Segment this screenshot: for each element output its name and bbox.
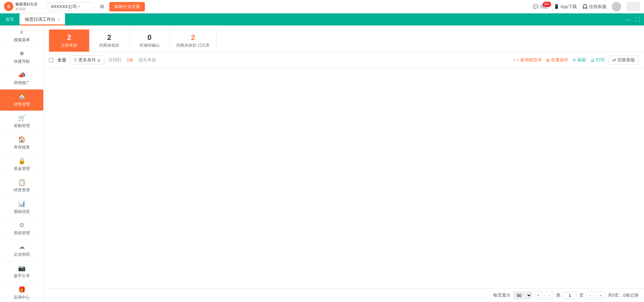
stat-num-overdue: 2 [96, 33, 122, 42]
filter-button[interactable]: ▽ 更多条件 ∨ [70, 55, 104, 65]
switch-version-button[interactable]: ⇄ 切换新版 [609, 55, 639, 65]
sidebar-item-system[interactable]: ⚙ 系统管理 [0, 218, 43, 240]
app-badge: 标准版 [15, 7, 38, 11]
search-menu-icon: ≡ [20, 29, 23, 36]
online-service-button[interactable]: 🎧 在线客服 [582, 4, 606, 10]
print-icon: 🖨 [590, 58, 595, 63]
switch-icon: ⇄ [612, 58, 616, 63]
online-service-label: 在线客服 [589, 4, 606, 10]
settings-button[interactable]: ⚙ [97, 2, 107, 11]
sidebar-item-collab[interactable]: ☁ 企业协同 [0, 240, 43, 261]
tab-maximize-button[interactable]: ⛶ [634, 15, 641, 23]
purchase-icon: 🛒 [18, 114, 25, 122]
company-chevron-icon: ▾ [78, 5, 80, 8]
system-icon: ⚙ [19, 222, 24, 229]
tab-right-actions: — ⛶ [624, 15, 644, 23]
sidebar-sales-label: 销售管理 [14, 102, 30, 107]
logo-area: 6 畅捷通好生意 标准版 [4, 2, 48, 11]
logo-icon: 6 [4, 2, 13, 11]
first-page-button[interactable]: « [535, 291, 543, 299]
page-label: 第 [556, 292, 560, 298]
sidebar-item-search[interactable]: ≡ 搜索菜单 [0, 25, 43, 47]
found-suffix: 相关单据 [138, 57, 156, 63]
table-area [44, 68, 644, 288]
last-page-button[interactable]: » [597, 291, 605, 299]
stats-tabs: 2 全部单据 2 到期未收款 0 旺辅待确认 2 到期未收款 已出库 [44, 25, 644, 52]
quicknav-icon: ❖ [19, 50, 24, 57]
total-label: 共0页，0条记录 [608, 292, 639, 298]
stat-tab-shipped[interactable]: 2 到期未收款 已出库 [170, 29, 217, 52]
app-title: 畅捷通好生意 [15, 2, 38, 6]
sidebar-basic-info-label: 基础信息 [14, 209, 30, 215]
stat-label-overdue: 到期未收款 [96, 43, 122, 48]
finance-icon: 🔒 [18, 157, 25, 165]
sidebar-collab-label: 企业协同 [14, 252, 30, 257]
operation-icon: 📋 [18, 179, 25, 186]
tab-qianhuo[interactable]: 钱货日清工作台 × [19, 13, 65, 25]
sidebar-item-marketing[interactable]: 📣 营销推广 [0, 68, 43, 89]
stat-tab-overdue[interactable]: 2 到期未收款 [89, 29, 129, 52]
message-icon: 💬 [533, 4, 538, 9]
stat-label-all: 全部单据 [56, 43, 82, 48]
toolbar: 全选 ▽ 更多条件 ∨ 共找到 0条 相关单据 + + 新增销货单 ⊞ 批量操作 [44, 52, 644, 68]
company-selector[interactable]: XXXXXX公司 ▾ [48, 2, 95, 11]
filter-chevron-icon: ∨ [97, 58, 101, 63]
username-area [627, 2, 640, 11]
sidebar-item-operation[interactable]: 📋 经营管理 [0, 175, 43, 197]
avatar[interactable] [612, 2, 621, 11]
sidebar-operation-label: 经营管理 [14, 187, 30, 193]
sidebar-item-newbie[interactable]: 📷 新手引导 [0, 261, 43, 283]
marketing-icon: 📣 [18, 71, 25, 79]
sidebar-item-sales[interactable]: 🏠 销售管理 [0, 89, 43, 111]
header-right: 💬 消息 99+ 📱 App下载 🎧 在线客服 [533, 2, 640, 11]
prev-page-button[interactable]: ‹ [545, 291, 553, 299]
collab-icon: ☁ [19, 243, 25, 250]
sidebar-item-finance[interactable]: 🔒 资金管理 [0, 154, 43, 175]
sidebar-quicknav-label: 快捷导航 [14, 59, 30, 64]
inventory-icon: 🏠 [18, 136, 25, 143]
empty-placeholder [44, 68, 644, 288]
found-count: 0条 [127, 57, 133, 63]
stat-label-pending: 旺辅待确认 [136, 43, 163, 48]
per-page-select[interactable]: 50 100 200 [513, 292, 532, 299]
tab-home[interactable]: 首页 [0, 13, 19, 25]
stat-num-shipped: 2 [176, 33, 210, 42]
sidebar: ≡ 搜索菜单 ❖ 快捷导航 📣 营销推广 🏠 销售管理 🛒 采购管理 🏠 库存核… [0, 25, 44, 302]
next-page-button[interactable]: › [586, 291, 594, 299]
per-page-label: 每页显示 [493, 292, 511, 298]
app-download-button[interactable]: 📱 App下载 [554, 4, 577, 10]
stat-tab-pending[interactable]: 0 旺辅待确认 [129, 29, 170, 52]
sidebar-system-label: 系统管理 [14, 230, 30, 236]
found-prefix: 共找到 [108, 57, 123, 63]
batch-button[interactable]: ⊞ 批量操作 [546, 57, 569, 63]
sidebar-appstore-label: 应用中心 [14, 295, 30, 300]
tab-minimize-button[interactable]: — [624, 15, 631, 23]
main-layout: ≡ 搜索菜单 ❖ 快捷导航 📣 营销推广 🏠 销售管理 🛒 采购管理 🏠 库存核… [0, 25, 644, 302]
sidebar-search-label: 搜索菜单 [14, 37, 30, 43]
tab-qianhuo-label: 钱货日清工作台 [25, 16, 55, 22]
sidebar-item-appstore[interactable]: 🎁 应用中心 [0, 283, 43, 302]
tab-home-label: 首页 [5, 16, 14, 22]
sidebar-item-purchase[interactable]: 🛒 采购管理 [0, 111, 43, 132]
close-tab-icon[interactable]: × [57, 17, 60, 22]
refresh-button[interactable]: ↻ 刷新 [573, 57, 586, 63]
stat-tab-all[interactable]: 2 全部单据 [49, 29, 89, 52]
sales-icon: 🏠 [18, 93, 25, 100]
sidebar-item-basic-info[interactable]: 📊 基础信息 [0, 197, 43, 218]
sidebar-item-quicknav[interactable]: ❖ 快捷导航 [0, 47, 43, 68]
appstore-icon: 🎁 [18, 286, 25, 293]
plus-icon: + [513, 58, 516, 63]
new-sale-button[interactable]: + + 新增销货单 [513, 57, 542, 63]
select-all-checkbox[interactable] [49, 58, 53, 62]
message-button[interactable]: 💬 消息 99+ [533, 4, 548, 10]
sidebar-finance-label: 资金管理 [14, 166, 30, 172]
service-icon: 🎧 [582, 4, 588, 9]
newbie-icon: 📷 [18, 264, 25, 272]
sidebar-item-inventory[interactable]: 🏠 库存核算 [0, 132, 43, 154]
refresh-icon: ↻ [573, 58, 576, 63]
filter-label: 更多条件 [78, 57, 96, 63]
page-input[interactable] [563, 292, 577, 299]
nav-tabs: 首页 钱货日清工作台 × — ⛶ [0, 13, 644, 25]
trial-button[interactable]: 体验行业方案 [109, 2, 145, 11]
print-button[interactable]: 🖨 打印 [590, 57, 605, 63]
